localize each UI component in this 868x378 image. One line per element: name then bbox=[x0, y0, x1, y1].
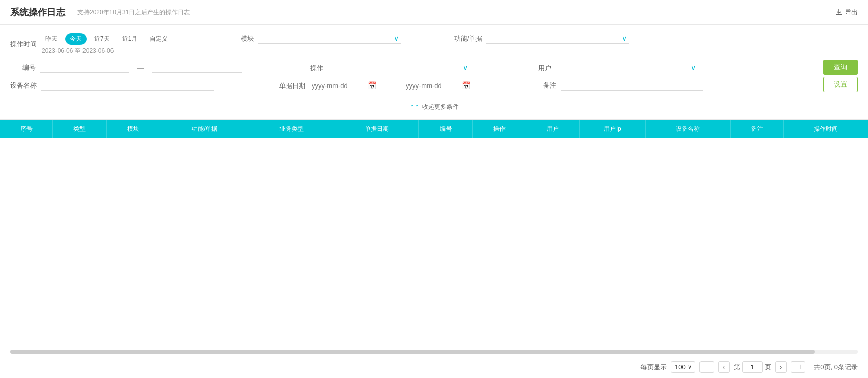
remark-filter-item: 备注 bbox=[521, 80, 703, 91]
page-total-info: 共0页, 0条记录 bbox=[814, 363, 858, 372]
page-first-button[interactable]: ⊢ bbox=[699, 361, 714, 373]
col-remark: 备注 bbox=[730, 120, 783, 138]
page-header: 系统操作日志 支持2020年10月31日之后产生的操作日志 导出 bbox=[0, 0, 868, 25]
time-btn-7days[interactable]: 近7天 bbox=[90, 33, 115, 45]
user-select[interactable]: ∨ bbox=[555, 63, 698, 73]
scrollbar-area bbox=[0, 347, 868, 356]
page-next-button[interactable]: › bbox=[775, 361, 787, 373]
export-button[interactable]: 导出 bbox=[835, 8, 858, 17]
page-title: 系统操作日志 bbox=[10, 6, 65, 18]
collapse-chevron-icon: ⌃⌃ bbox=[410, 104, 420, 111]
settings-button[interactable]: 设置 bbox=[823, 77, 858, 92]
calendar-to-icon[interactable]: 📅 bbox=[462, 81, 470, 90]
remark-label: 备注 bbox=[521, 81, 556, 90]
time-label: 操作时间 bbox=[10, 40, 37, 49]
user-chevron-icon: ∨ bbox=[691, 64, 696, 72]
data-table: 序号 类型 模块 功能/单据 业务类型 单据日期 编号 操作 用户 用户ip 设… bbox=[0, 120, 868, 138]
doc-date-from-input[interactable] bbox=[312, 82, 368, 90]
page-number-input[interactable] bbox=[742, 361, 763, 373]
col-seq: 序号 bbox=[0, 120, 53, 138]
module-filter-item: 模块 ∨ bbox=[229, 33, 401, 44]
code-filter-item: 编号 — bbox=[10, 63, 242, 73]
time-filter-group: 昨天 今天 近7天 近1月 自定义 2023-06-06 至 2023-06-0… bbox=[41, 33, 173, 55]
time-btn-1month[interactable]: 近1月 bbox=[118, 33, 143, 45]
operation-label: 操作 bbox=[298, 64, 323, 73]
col-biz-type: 业务类型 bbox=[249, 120, 334, 138]
doc-date-from-wrap: 📅 bbox=[310, 80, 381, 91]
filter-row-1: 操作时间 昨天 今天 近7天 近1月 自定义 2023-06-06 至 2023… bbox=[10, 33, 858, 55]
doc-date-dash: — bbox=[389, 82, 396, 90]
table-area: 序号 类型 模块 功能/单据 业务类型 单据日期 编号 操作 用户 用户ip 设… bbox=[0, 120, 868, 347]
code-label: 编号 bbox=[10, 63, 36, 72]
doc-date-label: 单据日期 bbox=[270, 81, 305, 91]
empty-state bbox=[0, 138, 868, 316]
page-prev-button[interactable]: ‹ bbox=[718, 361, 730, 373]
doc-date-filter-item: 单据日期 📅 — 📅 bbox=[270, 80, 475, 91]
col-device: 设备名称 bbox=[646, 120, 731, 138]
module-label: 模块 bbox=[229, 34, 254, 43]
export-icon bbox=[835, 9, 843, 16]
page-container: 系统操作日志 支持2020年10月31日之后产生的操作日志 导出 操作时间 昨 bbox=[0, 0, 868, 378]
scrollbar-thumb[interactable] bbox=[10, 350, 815, 354]
filter-row-3: 设备名称 单据日期 📅 — 📅 备注 bbox=[10, 80, 858, 91]
col-type: 类型 bbox=[53, 120, 106, 138]
module-select[interactable]: ∨ bbox=[258, 33, 401, 44]
user-filter-item: 用户 ∨ bbox=[516, 63, 698, 73]
remark-input[interactable] bbox=[561, 80, 703, 91]
action-buttons: 查询 设置 bbox=[823, 60, 858, 92]
page-size-select[interactable]: 100 ∨ bbox=[671, 361, 695, 373]
page-label: 第 bbox=[734, 363, 740, 372]
operation-select[interactable]: ∨ bbox=[327, 63, 470, 73]
function-label: 功能/单据 bbox=[446, 34, 482, 43]
pagination-bar: 每页显示 100 ∨ ⊢ ‹ 第 页 › ⊣ 共0页, 0条记录 bbox=[0, 356, 868, 378]
code-to-input[interactable] bbox=[152, 63, 242, 73]
time-buttons: 昨天 今天 近7天 近1月 自定义 bbox=[41, 33, 173, 45]
col-user-ip: 用户ip bbox=[579, 120, 645, 138]
collapse-button[interactable]: ⌃⌃ 收起更多条件 bbox=[404, 101, 465, 113]
table-header: 序号 类型 模块 功能/单据 业务类型 单据日期 编号 操作 用户 用户ip 设… bbox=[0, 120, 868, 138]
query-button[interactable]: 查询 bbox=[823, 60, 858, 75]
code-dash: — bbox=[137, 64, 144, 72]
collapse-label: 收起更多条件 bbox=[422, 103, 459, 111]
user-label: 用户 bbox=[516, 64, 551, 73]
table-header-row: 序号 类型 模块 功能/单据 业务类型 单据日期 编号 操作 用户 用户ip 设… bbox=[0, 120, 868, 138]
col-code: 编号 bbox=[419, 120, 472, 138]
svg-rect-0 bbox=[836, 14, 842, 15]
calendar-from-icon[interactable]: 📅 bbox=[368, 81, 376, 90]
module-chevron-icon: ∨ bbox=[394, 34, 399, 42]
device-input[interactable] bbox=[41, 80, 214, 91]
operation-filter-item: 操作 ∨ bbox=[298, 63, 470, 73]
time-date-range: 2023-06-06 至 2023-06-06 bbox=[42, 47, 173, 55]
col-doc-date: 单据日期 bbox=[334, 120, 419, 138]
collapse-bar: ⌃⌃ 收起更多条件 bbox=[10, 98, 858, 114]
page-last-button[interactable]: ⊣ bbox=[791, 361, 805, 373]
time-btn-custom[interactable]: 自定义 bbox=[145, 33, 173, 45]
function-select[interactable]: ∨ bbox=[486, 33, 629, 44]
time-btn-yesterday[interactable]: 昨天 bbox=[41, 33, 62, 45]
page-size-value: 100 bbox=[675, 363, 686, 371]
page-input-wrap: 第 页 bbox=[734, 361, 771, 373]
time-filter-item: 操作时间 昨天 今天 近7天 近1月 自定义 2023-06-06 至 2023… bbox=[10, 33, 173, 55]
page-size-chevron-icon: ∨ bbox=[688, 364, 692, 370]
filter-row-2: 编号 — 操作 ∨ 用户 ∨ bbox=[10, 63, 858, 73]
col-user: 用户 bbox=[526, 120, 579, 138]
device-filter-item: 设备名称 bbox=[10, 80, 214, 91]
function-chevron-icon: ∨ bbox=[622, 34, 627, 42]
col-op-time: 操作时间 bbox=[783, 120, 868, 138]
doc-date-to-wrap: 📅 bbox=[404, 80, 475, 91]
device-label: 设备名称 bbox=[10, 81, 37, 90]
page-size-label: 每页显示 bbox=[640, 363, 667, 372]
filter-wrapper: 操作时间 昨天 今天 近7天 近1月 自定义 2023-06-06 至 2023… bbox=[0, 25, 868, 120]
page-subtitle: 支持2020年10月31日之后产生的操作日志 bbox=[77, 8, 190, 17]
page-end-label: 页 bbox=[765, 363, 771, 372]
operation-chevron-icon: ∨ bbox=[463, 64, 468, 72]
col-module: 模块 bbox=[106, 120, 160, 138]
time-btn-today[interactable]: 今天 bbox=[65, 33, 87, 45]
doc-date-to-input[interactable] bbox=[406, 82, 462, 90]
scrollbar-track[interactable] bbox=[10, 350, 858, 354]
function-filter-item: 功能/单据 ∨ bbox=[446, 33, 629, 44]
filter-area: 操作时间 昨天 今天 近7天 近1月 自定义 2023-06-06 至 2023… bbox=[0, 25, 868, 120]
col-operation: 操作 bbox=[472, 120, 526, 138]
col-function: 功能/单据 bbox=[160, 120, 249, 138]
code-from-input[interactable] bbox=[40, 63, 129, 73]
